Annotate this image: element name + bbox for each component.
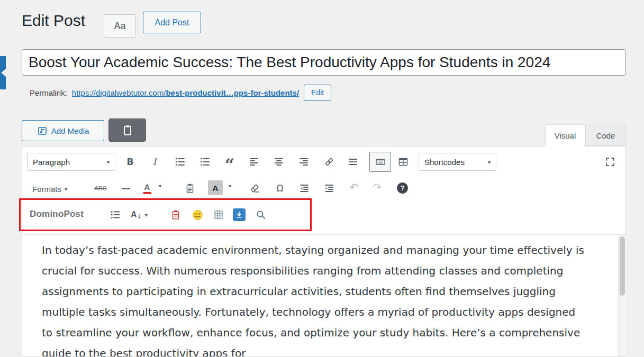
align-right-icon: [298, 157, 309, 167]
permalink-row: Permalink: https://digitalwebtutor.com/b…: [30, 84, 331, 101]
align-center-icon: [274, 157, 284, 167]
table-button[interactable]: [395, 153, 412, 170]
red-clipboard-icon: [170, 209, 181, 220]
download-icon: [235, 210, 243, 219]
undo-button[interactable]: ↶: [346, 179, 362, 196]
clear-formatting-button[interactable]: [246, 180, 263, 197]
text-color-button[interactable]: A: [139, 180, 156, 197]
outdent-icon: [299, 183, 310, 194]
help-button[interactable]: ?: [397, 182, 408, 194]
clipboard-icon: [122, 124, 133, 136]
strikethrough-button[interactable]: ABC: [92, 180, 109, 197]
fullscreen-icon: [605, 157, 615, 167]
more-tag-icon: [348, 157, 358, 167]
table-grid-button[interactable]: [210, 206, 227, 223]
clipboard-button[interactable]: [108, 118, 146, 142]
background-color-letter: A: [213, 184, 219, 193]
align-left-icon: [249, 157, 259, 167]
special-character-button[interactable]: Ω: [271, 180, 288, 197]
tab-visual[interactable]: Visual: [545, 124, 585, 147]
search-button[interactable]: [252, 206, 269, 223]
outdent-button[interactable]: [296, 180, 313, 197]
tab-code[interactable]: Code: [585, 125, 626, 146]
more-tag-button[interactable]: [344, 153, 361, 170]
permalink-edit-button[interactable]: Edit: [304, 85, 331, 101]
list-icon: [110, 209, 121, 220]
chevron-down-icon: ▾: [145, 212, 148, 218]
numbered-list-button[interactable]: [196, 153, 213, 170]
permalink-link[interactable]: https://digitalwebtutor.com/best-product…: [72, 88, 299, 97]
dominopost-clipboard-button[interactable]: [167, 206, 184, 223]
redo-button[interactable]: ↷: [369, 179, 386, 196]
fullscreen-button[interactable]: [602, 153, 619, 170]
font-size-button[interactable]: A ↓ ▾: [131, 206, 148, 223]
link-icon: [324, 157, 334, 167]
align-center-button[interactable]: [270, 153, 287, 170]
chevron-down-icon: ▾: [488, 159, 491, 165]
paragraph-dropdown-label: Paragraph: [33, 158, 70, 167]
eraser-icon: [249, 183, 260, 194]
bullet-list-icon: [175, 157, 185, 167]
shortcodes-dropdown-label: Shortcodes: [424, 158, 465, 167]
paste-as-text-icon: [185, 183, 195, 194]
page-title: Edit Post: [22, 12, 85, 30]
indent-button[interactable]: [321, 180, 338, 197]
shortcodes-dropdown[interactable]: Shortcodes ▾: [419, 153, 496, 171]
bold-button[interactable]: B: [122, 153, 139, 170]
add-media-icon: [37, 125, 48, 136]
indent-icon: [324, 183, 334, 194]
link-button[interactable]: [321, 153, 338, 170]
dominopost-label: DominoPost: [30, 209, 84, 219]
add-media-label: Add Media: [51, 126, 89, 135]
editor: Paragraph ▾ B I “: [22, 146, 626, 357]
post-title-input[interactable]: [22, 49, 626, 76]
editor-content[interactable]: In today’s fast-paced academic environme…: [22, 235, 618, 356]
download-button[interactable]: [233, 208, 246, 221]
scrollbar-thumb[interactable]: [620, 236, 625, 296]
paste-as-text-button[interactable]: [182, 180, 198, 197]
background-color-button[interactable]: A: [208, 180, 223, 195]
background-color-caret[interactable]: ▾: [229, 183, 231, 189]
formats-dropdown[interactable]: Formats ▾: [32, 182, 67, 195]
text-color-letter: A: [144, 183, 150, 191]
add-media-button[interactable]: Add Media: [22, 120, 104, 141]
paragraph-dropdown[interactable]: Paragraph ▾: [27, 153, 115, 171]
font-size-arrow-icon: ↓: [137, 213, 142, 220]
text-color-caret[interactable]: ▾: [159, 183, 161, 189]
table-icon: [398, 157, 409, 167]
bullet-list-button[interactable]: [171, 153, 188, 170]
align-right-button[interactable]: [295, 153, 312, 170]
numbered-list-icon: [199, 157, 210, 167]
chevron-down-icon: ▾: [65, 186, 67, 192]
dominopost-list-button[interactable]: [107, 206, 124, 223]
italic-button[interactable]: I: [146, 153, 163, 170]
permalink-url-slug: best-productivit…pps-for-students/: [166, 88, 299, 97]
add-post-button[interactable]: Add Post: [143, 12, 201, 33]
horizontal-rule-button[interactable]: —: [117, 180, 134, 197]
content-paragraph: In today’s fast-paced academic environme…: [42, 240, 588, 356]
permalink-label: Permalink:: [30, 88, 67, 97]
grid-icon: [213, 209, 224, 220]
text-style-button[interactable]: Aa: [104, 14, 136, 38]
keyboard-icon: [375, 157, 386, 167]
text-color-swatch: [143, 192, 151, 194]
admin-menu-collapsed-edge[interactable]: [0, 56, 6, 89]
permalink-url-prefix: https://digitalwebtutor.com/: [72, 88, 166, 97]
toolbar-toggle-button[interactable]: [369, 152, 391, 172]
chevron-down-icon: ▾: [107, 159, 110, 165]
font-size-letter: A: [131, 210, 137, 219]
smiley-icon: [192, 209, 203, 221]
align-left-button[interactable]: [246, 153, 262, 170]
emoji-button[interactable]: [189, 206, 206, 223]
editor-scrollbar[interactable]: [618, 235, 626, 356]
formats-dropdown-label: Formats: [32, 185, 61, 194]
search-icon: [256, 209, 266, 220]
blockquote-button[interactable]: “: [221, 151, 238, 168]
